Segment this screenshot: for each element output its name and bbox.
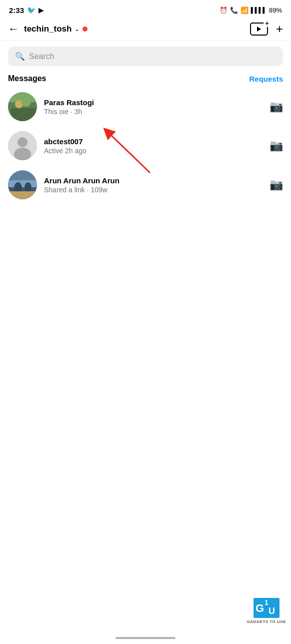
youtube-icon: ▶ [38, 6, 44, 14]
message-info: Arun Arun Arun Arun Shared a link · 109w [44, 176, 262, 194]
chevron-down-icon[interactable]: ⌄ [74, 26, 80, 33]
message-preview: This oie · 3h [44, 108, 262, 116]
svg-point-8 [14, 148, 31, 160]
message-info: Paras Rastogi This oie · 3h [44, 98, 262, 116]
header: ← techin_tosh ⌄ + + [0, 18, 291, 41]
video-icon [257, 27, 261, 32]
messages-header: Messages Requests [0, 72, 291, 87]
message-info: abctest007 Active 2h ago [44, 137, 262, 155]
svg-point-4 [21, 98, 31, 107]
search-bar[interactable]: 🔍 Search [8, 47, 283, 66]
plus-overlay-icon: + [264, 20, 270, 27]
username-row: techin_tosh ⌄ [24, 24, 88, 34]
compose-button[interactable]: + [276, 22, 283, 36]
twitter-icon: 🐦 [27, 6, 36, 14]
username-label: techin_tosh [24, 24, 72, 34]
search-input[interactable]: Search [29, 52, 54, 61]
camera-button[interactable]: 📷 [270, 139, 283, 152]
svg-point-14 [24, 182, 32, 192]
avatar [8, 170, 37, 199]
header-actions: + + [250, 22, 283, 36]
svg-text:G: G [256, 602, 264, 614]
avatar [8, 131, 37, 160]
list-item[interactable]: Arun Arun Arun Arun Shared a link · 109w… [4, 165, 287, 204]
camera-button[interactable]: 📷 [270, 178, 283, 191]
svg-rect-15 [8, 191, 37, 199]
back-button[interactable]: ← [8, 23, 19, 36]
phone-icon: 📞 [230, 7, 238, 14]
contact-name: abctest007 [44, 137, 262, 146]
requests-button[interactable]: Requests [249, 75, 283, 83]
avatar [8, 92, 37, 121]
watermark-text: GADGETS TO USE [247, 619, 286, 624]
svg-text:1: 1 [264, 598, 268, 606]
status-bar: 2:33 🐦 ▶ ⏰ 📞 📶 ▌▌▌▌ 89% [0, 0, 291, 18]
watermark-logo: G 1 U [254, 598, 280, 618]
list-item[interactable]: abctest007 Active 2h ago 📷 [4, 126, 287, 165]
battery-icon: 89% [269, 7, 282, 14]
messages-label: Messages [8, 74, 46, 83]
status-time: 2:33 [9, 6, 24, 15]
signal-icon: ▌▌▌▌ [251, 7, 266, 13]
active-status-dot [82, 27, 88, 32]
svg-point-7 [18, 137, 28, 147]
svg-rect-12 [8, 180, 37, 187]
camera-button[interactable]: 📷 [270, 100, 283, 113]
new-video-button[interactable]: + [250, 23, 268, 36]
svg-rect-5 [10, 108, 36, 121]
watermark: G 1 U GADGETS TO USE [247, 598, 286, 624]
svg-text:U: U [268, 606, 275, 616]
search-container: 🔍 Search [0, 41, 291, 72]
list-item[interactable]: Paras Rastogi This oie · 3h 📷 [4, 87, 287, 126]
contact-name: Arun Arun Arun Arun [44, 176, 262, 185]
message-list: Paras Rastogi This oie · 3h 📷 abctest007… [0, 87, 291, 204]
message-preview: Shared a link · 109w [44, 186, 262, 194]
home-indicator [116, 637, 176, 639]
avatar-placeholder [8, 131, 37, 160]
wifi-icon: 📶 [240, 7, 248, 14]
message-preview: Active 2h ago [44, 147, 262, 155]
contact-name: Paras Rastogi [44, 98, 262, 107]
alarm-icon: ⏰ [220, 7, 228, 14]
search-icon: 🔍 [15, 52, 25, 61]
